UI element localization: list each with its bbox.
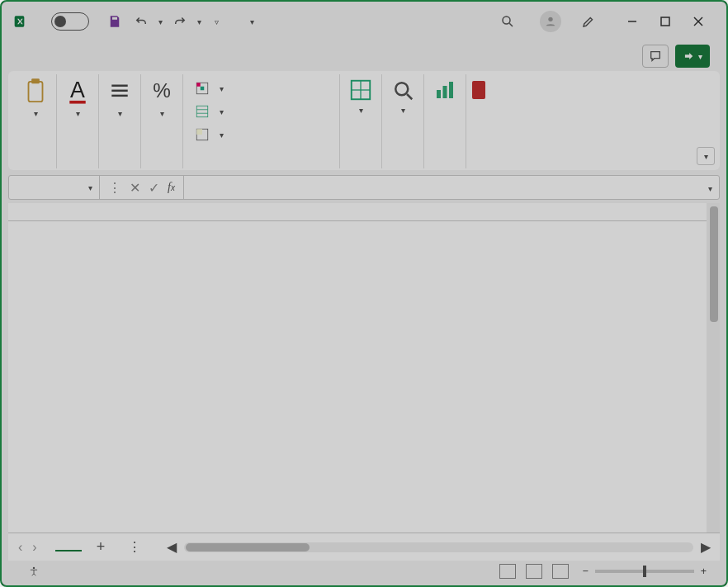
svg-rect-19 <box>196 106 208 117</box>
save-icon[interactable] <box>106 12 124 31</box>
chevron-down-icon: ▾ <box>250 17 254 26</box>
svg-rect-17 <box>196 83 201 87</box>
editing-button[interactable]: ▾ <box>390 78 415 115</box>
cells-button[interactable]: ▾ <box>348 78 373 115</box>
avatar-icon <box>540 11 561 32</box>
cell-styles-button[interactable]: ▾ <box>191 125 227 144</box>
font-button[interactable]: A ▾ <box>65 78 90 118</box>
svg-rect-18 <box>201 87 205 91</box>
autosave-control[interactable] <box>46 12 89 31</box>
svg-line-28 <box>407 94 412 99</box>
view-page-break-icon[interactable] <box>552 564 569 579</box>
conditional-formatting-button[interactable]: ▾ <box>191 79 227 97</box>
alignment-button[interactable]: ▾ <box>107 78 132 118</box>
analyze-data-button[interactable] <box>433 78 457 104</box>
svg-rect-11 <box>69 101 85 104</box>
cancel-icon[interactable]: ✕ <box>130 180 140 196</box>
ribbon-collapse-button[interactable]: ▾ <box>697 147 715 165</box>
scroll-left-icon[interactable]: ◀ <box>164 540 179 555</box>
user-account[interactable] <box>535 11 561 32</box>
clipboard-button[interactable]: ▾ <box>23 78 48 118</box>
svg-rect-5 <box>661 17 669 26</box>
formula-more-icon[interactable]: ⋮ <box>108 180 121 196</box>
redo-icon[interactable] <box>171 12 189 31</box>
maximize-button[interactable] <box>649 8 682 35</box>
svg-point-1 <box>503 17 510 24</box>
svg-text:A: A <box>70 78 85 102</box>
ribbon: ▾ A ▾ ▾ % ▾ <box>8 71 720 170</box>
svg-point-33 <box>33 567 35 569</box>
svg-point-27 <box>395 83 408 95</box>
view-page-layout-icon[interactable] <box>526 564 542 579</box>
excel-icon <box>13 13 30 30</box>
svg-rect-30 <box>443 86 447 98</box>
filename-display[interactable]: ▾ <box>245 17 254 26</box>
number-button[interactable]: % ▾ <box>149 78 174 118</box>
sheet-more-icon[interactable]: ⋮ <box>120 539 149 555</box>
format-as-table-button[interactable]: ▾ <box>191 102 227 121</box>
share-button[interactable]: ▾ <box>675 45 710 68</box>
add-sheet-button[interactable]: + <box>90 538 112 556</box>
svg-text:%: % <box>153 79 171 102</box>
scroll-right-icon[interactable]: ▶ <box>698 540 713 555</box>
title-bar: ▾ ▾ ▿ ▾ <box>2 2 726 41</box>
spreadsheet-grid[interactable] <box>8 203 720 533</box>
horizontal-scrollbar[interactable]: ◀ ▶ <box>158 540 720 555</box>
enter-icon[interactable]: ✓ <box>149 180 159 196</box>
zoom-in-icon[interactable]: + <box>701 566 707 577</box>
fx-icon[interactable]: fx <box>168 181 175 194</box>
status-bar: − + <box>8 561 720 582</box>
comments-button[interactable] <box>642 45 669 68</box>
search-icon[interactable] <box>497 11 518 32</box>
sheet-tab-data[interactable] <box>55 543 82 551</box>
svg-rect-9 <box>31 78 40 83</box>
pen-icon[interactable] <box>578 11 599 32</box>
view-normal-icon[interactable] <box>499 564 516 579</box>
accessibility-status[interactable] <box>28 566 44 577</box>
formula-bar: ▾ ⋮ ✕ ✓ fx ▾ <box>8 175 720 200</box>
close-button[interactable] <box>682 8 715 35</box>
sheet-nav-next-icon[interactable]: › <box>32 540 36 555</box>
ribbon-tabs: ▾ <box>2 41 726 71</box>
formula-expand-icon[interactable]: ▾ <box>702 180 719 195</box>
sheet-nav-prev-icon[interactable]: ‹ <box>18 540 22 555</box>
svg-point-3 <box>548 17 552 21</box>
svg-rect-23 <box>196 129 202 135</box>
qat-customize-icon[interactable]: ▿ <box>215 17 219 26</box>
autosave-toggle[interactable] <box>51 12 89 31</box>
svg-rect-29 <box>437 90 441 98</box>
undo-icon[interactable] <box>132 12 150 31</box>
undo-dropdown-icon[interactable]: ▾ <box>158 17 163 26</box>
svg-rect-31 <box>449 82 453 98</box>
svg-rect-8 <box>29 82 43 102</box>
name-box[interactable]: ▾ <box>9 176 100 199</box>
doc-overflow-button[interactable] <box>469 78 489 104</box>
svg-line-2 <box>509 23 513 26</box>
svg-rect-32 <box>472 81 485 99</box>
minimize-button[interactable] <box>616 8 649 35</box>
vertical-scrollbar[interactable] <box>707 203 720 533</box>
chevron-down-icon: ▾ <box>88 183 92 192</box>
sheet-tab-bar: ‹ › + ⋮ ◀ ▶ <box>8 533 720 561</box>
redo-dropdown-icon[interactable]: ▾ <box>197 17 201 26</box>
zoom-out-icon[interactable]: − <box>582 566 588 577</box>
zoom-control[interactable]: − + <box>582 566 713 577</box>
